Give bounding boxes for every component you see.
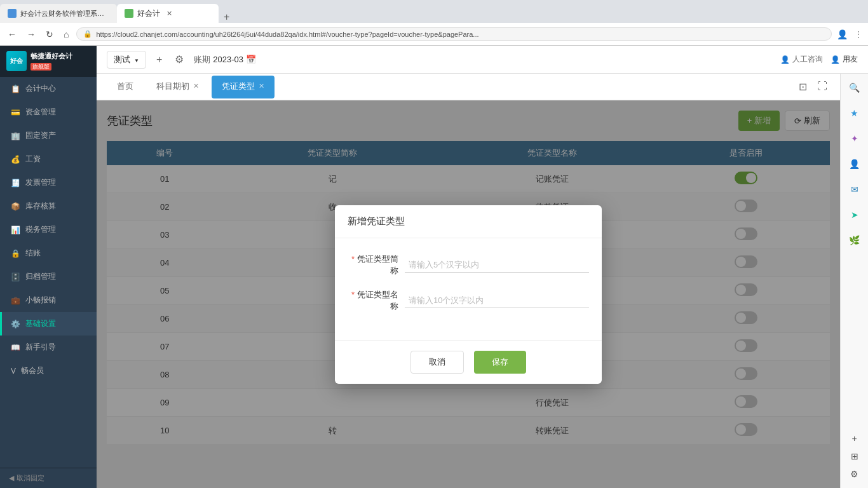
sidebar-footer[interactable]: ◀ 取消固定 (0, 468, 97, 488)
right-leaf-icon[interactable]: 🌿 (846, 231, 864, 249)
period-info: 账期 2023-03 📅 (194, 54, 256, 65)
name-label: *凭证类型名称 (348, 289, 405, 312)
url-text: https://cloud2.chanjet.com/accounting/uh… (96, 30, 478, 38)
calendar-icon: 📅 (246, 55, 256, 64)
address-bar: ← → ↻ ⌂ 🔒 https://cloud2.chanjet.com/acc… (0, 23, 868, 46)
pin-icon: ◀ (9, 474, 14, 482)
sidebar-item-label: 税务管理 (25, 224, 56, 235)
sidebar-item-funds[interactable]: 💳 资金管理 (0, 100, 97, 124)
name-input[interactable] (405, 293, 589, 308)
tab-1[interactable]: 好会计云财务软件管理系统_会计 (0, 4, 117, 23)
tab-home[interactable]: 首页 (107, 76, 144, 98)
sidebar-item-inventory[interactable]: 📦 库存核算 (0, 194, 97, 218)
right-plus-icon[interactable]: + (846, 430, 864, 447)
settings-button[interactable]: ⚙ (172, 51, 186, 68)
modal-title: 新增凭证类型 (348, 215, 405, 227)
reload-button[interactable]: ↻ (43, 28, 56, 41)
sidebar-item-label: 归档管理 (25, 271, 56, 282)
main-area: 测试 + ⚙ 账期 2023-03 📅 👤 人工咨询 👤 用友 (97, 46, 868, 488)
tab-bar: 好会计云财务软件管理系统_会计 好会计 ✕ + (0, 0, 868, 23)
right-send-icon[interactable]: ➤ (846, 206, 864, 224)
sidebar-item-settings[interactable]: ⚙️ 基础设置 (0, 312, 97, 336)
browser-actions: 👤 ⋮ (837, 29, 863, 39)
sidebar-item-tax[interactable]: 📊 税务管理 (0, 218, 97, 241)
consult-button[interactable]: 👤 人工咨询 (780, 54, 823, 65)
form-row-short: *凭证类型简称 (348, 254, 589, 276)
tab-2-close[interactable]: ✕ (166, 10, 172, 18)
tab-nav: 首页 科目期初 ✕ 凭证类型 ✕ ⊡ ⛶ (97, 74, 840, 100)
sidebar-item-label: 固定资产 (25, 130, 56, 141)
save-button[interactable]: 保存 (474, 351, 526, 374)
url-box[interactable]: 🔒 https://cloud2.chanjet.com/accounting/… (76, 27, 832, 41)
workspace-name: 测试 (114, 54, 130, 65)
tab-1-favicon (8, 9, 17, 18)
app-container: 好会 畅捷通好会计 旗舰版 📋 会计中心 💳 资金管理 🏢 固定资产 💰 工资 (0, 46, 868, 488)
right-search-icon[interactable]: 🔍 (846, 79, 864, 97)
tab-2-favicon (125, 9, 133, 18)
funds-icon: 💳 (11, 108, 20, 117)
invoice-icon: 🧾 (11, 179, 20, 187)
member-icon: V (11, 367, 16, 376)
short-input[interactable] (405, 257, 589, 273)
tab-subject[interactable]: 科目期初 ✕ (146, 76, 209, 98)
add-workspace-button[interactable]: + (154, 51, 165, 68)
profile-icon[interactable]: 👤 (837, 29, 848, 39)
topbar: 测试 + ⚙ 账期 2023-03 📅 👤 人工咨询 👤 用友 (97, 46, 868, 74)
tab-voucher-type[interactable]: 凭证类型 ✕ (212, 76, 275, 98)
home-button[interactable]: ⌂ (61, 28, 71, 41)
accounting-icon: 📋 (11, 85, 20, 93)
consult-icon: 👤 (780, 55, 790, 64)
user-button[interactable]: 👤 用友 (831, 54, 858, 65)
tab-subject-close[interactable]: ✕ (193, 82, 199, 90)
extensions-icon[interactable]: ⋮ (854, 29, 863, 39)
sidebar-item-archive[interactable]: 🗄️ 归档管理 (0, 265, 97, 288)
period-value: 2023-03 (213, 55, 243, 64)
browser-chrome: 好会计云财务软件管理系统_会计 好会计 ✕ + ← → ↻ ⌂ 🔒 https:… (0, 0, 868, 46)
tab-2-label: 好会计 (137, 8, 160, 19)
sidebar-item-closing[interactable]: 🔒 结账 (0, 241, 97, 265)
right-panel: 🔍 ★ ✦ 👤 ✉ ➤ 🌿 + ⊞ ⚙ (840, 74, 868, 488)
new-tab-button[interactable]: + (219, 11, 234, 23)
right-user-icon[interactable]: 👤 (846, 155, 864, 173)
inventory-icon: 📦 (11, 202, 20, 211)
right-magic-icon[interactable]: ✦ (846, 130, 864, 147)
sidebar-item-label: 小畅报销 (25, 295, 56, 306)
assets-icon: 🏢 (11, 132, 20, 140)
tab-minimize-button[interactable]: ⊡ (796, 79, 810, 94)
page-area: 首页 科目期初 ✕ 凭证类型 ✕ ⊡ ⛶ (97, 74, 840, 488)
tax-icon: 📊 (11, 226, 20, 234)
modal-body: *凭证类型简称 *凭证类型名称 (335, 238, 602, 340)
tab-voucher-type-close[interactable]: ✕ (259, 82, 264, 90)
sidebar-item-label: 工资 (25, 154, 41, 165)
sidebar-item-assets[interactable]: 🏢 固定资产 (0, 124, 97, 147)
tab-maximize-button[interactable]: ⛶ (815, 79, 830, 94)
modal-footer: 取消 保存 (335, 340, 602, 384)
sidebar-item-label: 会计中心 (25, 83, 56, 94)
sidebar-item-member[interactable]: V 畅会员 (0, 359, 97, 383)
salary-icon: 💰 (11, 155, 20, 164)
back-button[interactable]: ← (5, 28, 19, 41)
sidebar-logo: 好会 畅捷通好会计 旗舰版 (0, 46, 97, 77)
sidebar-item-salary[interactable]: 💰 工资 (0, 147, 97, 171)
sidebar-item-expense[interactable]: 💼 小畅报销 (0, 288, 97, 312)
short-label: *凭证类型简称 (348, 254, 405, 276)
right-star-icon[interactable]: ★ (846, 104, 864, 122)
forward-button[interactable]: → (24, 28, 38, 41)
tab-1-label: 好会计云财务软件管理系统_会计 (20, 9, 109, 18)
archive-icon: 🗄️ (11, 273, 20, 281)
cancel-button[interactable]: 取消 (410, 351, 464, 374)
workspace-selector[interactable]: 测试 (107, 51, 146, 69)
page-content: 凭证类型 + 新增 ⟳ 刷新 编号 (97, 100, 840, 488)
right-grid-icon[interactable]: ⊞ (846, 447, 864, 465)
right-gear-icon[interactable]: ⚙ (846, 465, 864, 483)
workspace-chevron (134, 55, 139, 64)
sidebar-item-guide[interactable]: 📖 新手引导 (0, 336, 97, 359)
sidebar-item-label: 发票管理 (25, 177, 56, 188)
sidebar-item-accounting[interactable]: 📋 会计中心 (0, 77, 97, 100)
form-row-name: *凭证类型名称 (348, 289, 589, 312)
user-avatar: 👤 (831, 55, 840, 64)
right-outlook-icon[interactable]: ✉ (846, 180, 864, 198)
content-area: 首页 科目期初 ✕ 凭证类型 ✕ ⊡ ⛶ (97, 74, 868, 488)
tab-2[interactable]: 好会计 ✕ (117, 4, 219, 23)
sidebar-item-invoice[interactable]: 🧾 发票管理 (0, 171, 97, 194)
